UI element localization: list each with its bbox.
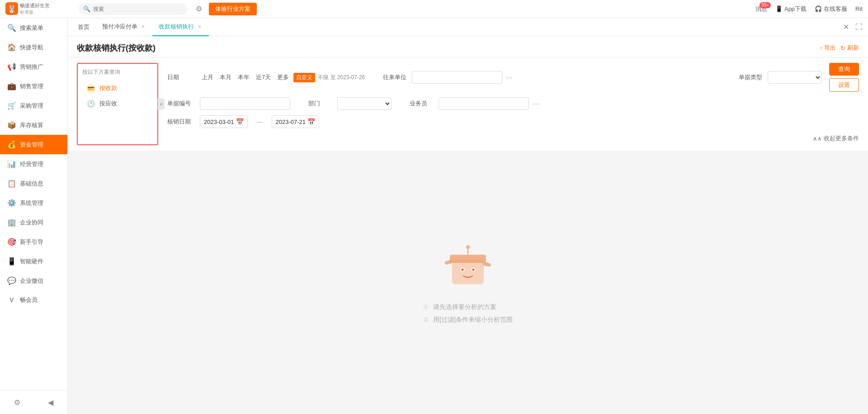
sidebar-item-search-menu[interactable]: 🔍 搜索菜单: [0, 18, 67, 38]
collapse-conditions-btn[interactable]: ∧∧ 收起更多条件: [167, 133, 859, 145]
sidebar-item-operation[interactable]: 📊 经营管理: [0, 154, 67, 174]
date-7days[interactable]: 近7天: [254, 73, 273, 82]
main-content: 首页 预付冲应付单 × 收款核销执行 × ✕ ⛶ 收款核销执行(按收款) ↑: [68, 18, 868, 414]
empty-illustration: [441, 239, 495, 293]
svg-rect-6: [444, 259, 453, 265]
purchase-icon: 🛒: [7, 101, 16, 110]
settings-gear-icon[interactable]: ⚙: [193, 3, 205, 15]
empty-tip-1: ① 请先选择要分析的方案: [423, 300, 513, 313]
sidebar-item-sales[interactable]: 💼 销售管理: [0, 76, 67, 96]
top-nav-right: 消息 99+ 📱 App下载 🎧 在线客服 Rit: [755, 5, 863, 13]
brand-area: 🐰 畅捷通好生意 标准版: [5, 2, 73, 15]
counterparty-label: 往来单位: [383, 73, 408, 81]
settings-bottom-icon[interactable]: ⚙: [10, 395, 24, 410]
counterparty-input[interactable]: [412, 71, 502, 84]
search-bar[interactable]: 🔍: [79, 3, 187, 15]
date-more[interactable]: 更多: [275, 73, 291, 82]
by-receivable-icon: 🕐: [86, 99, 96, 109]
message-icon-area[interactable]: 消息 99+: [755, 5, 767, 13]
marketing-icon: 📢: [7, 62, 16, 71]
solution-btn[interactable]: 体验行业方案: [209, 3, 257, 15]
enterprise-icon: 🏢: [7, 218, 16, 227]
operation-icon: 📊: [7, 160, 16, 168]
sidebar-item-newbie[interactable]: 🎯 新手引导: [0, 232, 67, 252]
sidebar-item-hardware[interactable]: 📱 智能硬件: [0, 252, 67, 271]
export-btn[interactable]: ↑ 导出: [820, 44, 836, 52]
system-icon: ⚙️: [7, 199, 16, 207]
calendar-end-icon: 📅: [307, 118, 315, 125]
brand-name: 畅捷通好生意: [20, 2, 50, 9]
app-icon: 📱: [775, 5, 783, 12]
export-icon: ↑: [820, 45, 823, 52]
tab-bar-expand-icon[interactable]: ⛶: [854, 21, 864, 33]
doctype-select[interactable]: [768, 71, 822, 84]
svg-point-5: [472, 269, 474, 271]
wechat-icon: 💬: [7, 276, 16, 285]
inventory-icon: 📦: [7, 121, 16, 129]
svg-rect-0: [452, 259, 484, 284]
svg-rect-1: [450, 255, 486, 263]
filter-by-receivable[interactable]: 🕐 按应收: [82, 96, 153, 111]
sidebar-item-finance[interactable]: 💰 资金管理: [0, 135, 67, 154]
docnum-input[interactable]: [200, 97, 290, 110]
page-actions: ↑ 导出 ↻ 刷新: [820, 44, 859, 52]
sidebar-item-enterprise[interactable]: 🏢 企业协同: [0, 213, 67, 232]
sidebar-item-inventory[interactable]: 📦 库存核算: [0, 115, 67, 135]
page-header: 收款核销执行(按收款) ↑ 导出 ↻ 刷新: [68, 36, 868, 57]
reconcile-date-end[interactable]: 2023-07-21 📅: [272, 115, 320, 128]
sidebar-item-basic-info[interactable]: 📋 基础信息: [0, 174, 67, 193]
counterparty-more-icon[interactable]: ···: [506, 73, 513, 82]
tab-prepay-close-icon[interactable]: ×: [140, 23, 146, 30]
app-download-link[interactable]: 📱 App下载: [775, 5, 807, 13]
sidebar-item-purchase[interactable]: 🛒 采购管理: [0, 96, 67, 115]
collapse-sidebar-icon[interactable]: ◀: [44, 395, 57, 410]
filter-by-receipt[interactable]: 💳 按收款: [82, 81, 153, 96]
tab-prepay-reconcile[interactable]: 预付冲应付单 ×: [96, 18, 152, 36]
doctype-label: 单据类型: [739, 73, 764, 81]
filter-row-2: 单据编号 部门 业务员 ···: [167, 97, 859, 110]
finance-icon: 💰: [7, 140, 16, 149]
sales-icon: 💼: [7, 82, 16, 90]
staff-input[interactable]: [439, 97, 529, 110]
date-this-year[interactable]: 本年: [236, 73, 251, 82]
chevron-up-icon: ∧∧: [813, 135, 822, 142]
sidebar-item-quick-nav[interactable]: 🏠 快捷导航: [0, 38, 67, 57]
search-input[interactable]: [93, 6, 183, 12]
dept-select[interactable]: [337, 97, 392, 110]
refresh-btn[interactable]: ↻ 刷新: [840, 44, 859, 52]
date-this-month[interactable]: 本月: [218, 73, 233, 82]
main-layout: 🔍 搜索菜单 🏠 快捷导航 📢 营销推广 💼 销售管理 🛒 采购管理 📦 库存核…: [0, 18, 868, 414]
sidebar-item-marketing[interactable]: 📢 营销推广: [0, 57, 67, 76]
date-range-dash: —: [255, 119, 264, 125]
tab-home[interactable]: 首页: [71, 23, 96, 31]
empty-tips: ① 请先选择要分析的方案 ② 用[过滤]条件来缩小分析范围: [423, 300, 513, 326]
online-service-link[interactable]: 🎧 在线客服: [815, 5, 847, 13]
tab-receipt-reconcile[interactable]: 收款核销执行 ×: [152, 18, 209, 36]
tab-receipt-close-icon[interactable]: ×: [197, 23, 203, 30]
filter-row-3: 核销日期 2023-03-01 📅 — 2023-07-21 📅: [167, 115, 859, 128]
by-receipt-icon: 💳: [86, 83, 96, 93]
tab-bar: 首页 预付冲应付单 × 收款核销执行 × ✕ ⛶: [68, 18, 868, 36]
empty-tip-2: ② 用[过滤]条件来缩小分析范围: [423, 313, 513, 326]
staff-more-icon[interactable]: ···: [533, 99, 539, 109]
sidebar-item-system[interactable]: ⚙️ 系统管理: [0, 193, 67, 213]
sidebar-item-member[interactable]: V 畅会员: [0, 290, 67, 309]
date-last-month[interactable]: 上月: [200, 73, 215, 82]
setting-btn[interactable]: 设置: [829, 78, 859, 92]
reconcile-date-label: 核销日期: [167, 118, 193, 126]
brand-tag: 标准版: [20, 9, 50, 15]
collapse-filter-sidebar-btn[interactable]: «: [158, 98, 165, 110]
query-btn[interactable]: 查询: [829, 63, 859, 76]
filter-panel: 按以下方案查询 💳 按收款 🕐 按应收 « 日期 上月 本: [68, 57, 868, 151]
user-display[interactable]: Rit: [855, 5, 863, 12]
headset-icon: 🎧: [815, 5, 822, 12]
tab-bar-close-icon[interactable]: ✕: [841, 21, 851, 33]
date-custom-badge[interactable]: 自定义: [293, 73, 315, 82]
page-title: 收款核销执行(按收款): [77, 43, 156, 53]
basic-info-icon: 📋: [7, 179, 16, 188]
reconcile-date-start[interactable]: 2023-03-01 📅: [200, 115, 248, 128]
sidebar-item-wechat[interactable]: 💬 企业微信: [0, 271, 67, 290]
member-icon: V: [7, 296, 16, 304]
date-range-display: 不限 至 2023-07-26: [318, 74, 365, 81]
date-label: 日期: [167, 73, 193, 81]
